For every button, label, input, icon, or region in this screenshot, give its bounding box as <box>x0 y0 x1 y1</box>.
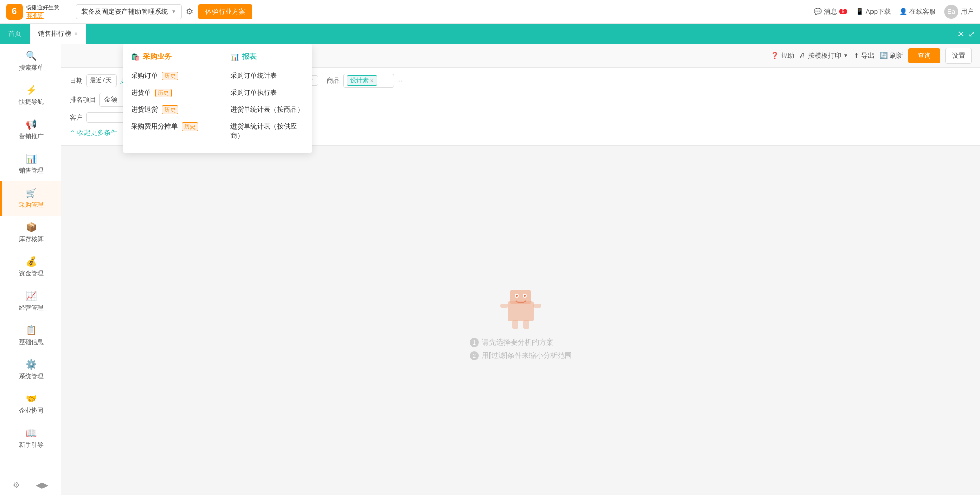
collapse-label: 收起更多条件 <box>77 128 117 137</box>
dropdown-item-report-1[interactable]: 采购订单统计表 <box>230 68 305 84</box>
goods-more-icon[interactable]: ··· <box>397 77 403 84</box>
dropdown-item-purchase-order[interactable]: 采购订单 历史 <box>131 68 205 84</box>
print-dropdown-icon: ▼ <box>843 53 848 58</box>
history-badge-1[interactable]: 历史 <box>162 72 178 80</box>
user-button[interactable]: Ea 用户 <box>944 5 974 19</box>
app-selector[interactable]: 装备及固定资产辅助管理系统 ▼ <box>76 4 182 19</box>
history-badge-2[interactable]: 历史 <box>155 89 172 97</box>
sidebar-item-system[interactable]: ⚙️ 系统管理 <box>0 353 61 387</box>
top-right-actions: 💬 消息 9 📱 App下载 👤 在线客服 Ea 用户 <box>814 5 974 19</box>
sidebar-item-finance[interactable]: 💰 资金管理 <box>0 250 61 284</box>
sidebar-item-operations-label: 经营管理 <box>19 304 44 312</box>
sidebar-item-quicknav[interactable]: ⚡ 快捷导航 <box>0 78 61 113</box>
online-service-label: 在线客服 <box>909 7 936 16</box>
sidebar-item-marketing[interactable]: 📢 营销推广 <box>0 113 61 147</box>
app-logo-icon: 6 <box>6 4 23 20</box>
sidebar-item-search[interactable]: 🔍 搜索菜单 <box>0 44 61 78</box>
sidebar-item-marketing-label: 营销推广 <box>19 132 44 141</box>
empty-state: 1 请先选择要分析的方案 2 用[过滤]条件来缩小分析范围 <box>61 146 980 495</box>
print-label: 按模板打印 <box>808 51 841 60</box>
app-download-button[interactable]: 📱 App下载 <box>856 7 891 16</box>
report-col-title: 📊 报表 <box>230 52 305 61</box>
report-1-label: 采购订单统计表 <box>230 71 277 80</box>
sidebar-item-sales[interactable]: 📊 销售管理 <box>0 147 61 181</box>
purchase-col-icon: 🛍️ <box>131 53 140 61</box>
ranking-label: 排名项目 <box>70 95 96 104</box>
tab-close-icon[interactable]: × <box>74 30 78 37</box>
svg-point-4 <box>516 295 518 297</box>
refresh-button[interactable]: 🔄 刷新 <box>880 51 903 60</box>
dropdown-divider <box>218 52 218 144</box>
money-icon: 💰 <box>26 256 37 267</box>
sidebar-item-newbie-label: 新手引导 <box>19 441 44 449</box>
dropdown-item-report-3[interactable]: 进货单统计表（按商品） <box>230 101 305 118</box>
sidebar-item-search-label: 搜索菜单 <box>19 63 44 72</box>
message-button[interactable]: 💬 消息 9 <box>814 7 847 16</box>
report-col-title-label: 报表 <box>242 52 257 61</box>
trial-button[interactable]: 体验行业方案 <box>198 4 252 19</box>
report-4-label: 进货单统计表（按供应商） <box>230 122 305 140</box>
sidebar-item-inventory[interactable]: 📦 库存核算 <box>0 216 61 250</box>
dropdown-item-report-4[interactable]: 进货单统计表（按供应商） <box>230 118 305 144</box>
sidebar-item-newbie[interactable]: 📖 新手引导 <box>0 421 61 456</box>
gear-icon[interactable]: ⚙ <box>186 7 193 16</box>
query-button[interactable]: 查询 <box>908 48 940 63</box>
tab-home[interactable]: 首页 <box>0 24 30 44</box>
online-service-button[interactable]: 👤 在线客服 <box>899 7 936 16</box>
sidebar-item-operations[interactable]: 📈 经营管理 <box>0 284 61 318</box>
step-1-text: 请先选择要分析的方案 <box>482 338 553 347</box>
sidebar-item-purchase[interactable]: 🛒 采购管理 <box>0 181 61 216</box>
content-area: ❓ 帮助 🖨 按模板打印 ▼ ⬆ 导出 🔄 刷新 查询 设置 <box>61 44 980 495</box>
svg-point-5 <box>524 295 526 297</box>
empty-illustration <box>495 281 546 332</box>
print-icon: 🖨 <box>799 52 806 59</box>
sidebar-collapse-icon[interactable]: ◀▶ <box>36 480 48 490</box>
empty-instructions: 1 请先选择要分析的方案 2 用[过滤]条件来缩小分析范围 <box>470 338 572 360</box>
sidebar-item-inventory-label: 库存核算 <box>19 235 44 244</box>
export-button[interactable]: ⬆ 导出 <box>854 51 875 60</box>
svg-rect-8 <box>500 304 508 308</box>
tab-sales-ranking[interactable]: 销售排行榜 × <box>30 24 86 44</box>
toolbar-actions: ❓ 帮助 🖨 按模板打印 ▼ ⬆ 导出 🔄 刷新 查询 设置 <box>771 48 972 64</box>
goods-tag-close[interactable]: × <box>370 77 374 84</box>
message-label: 消息 <box>824 7 837 16</box>
goods-input-area[interactable]: 设计素 × <box>343 74 394 88</box>
purchase-col: 🛍️ 采购业务 采购订单 历史 进货单 历史 进货退货 历史 采购费用分摊单 <box>131 52 205 144</box>
svg-rect-9 <box>533 304 541 308</box>
help-button[interactable]: ❓ 帮助 <box>771 51 794 60</box>
dropdown-item-report-2[interactable]: 采购订单执行表 <box>230 84 305 101</box>
chart-icon: 📊 <box>26 153 37 164</box>
cart-icon: 🛒 <box>26 187 37 199</box>
book-icon: 📖 <box>26 427 37 439</box>
svg-rect-1 <box>510 290 531 304</box>
history-badge-3[interactable]: 历史 <box>162 105 178 114</box>
sidebar-item-enterprise[interactable]: 🤝 企业协同 <box>0 387 61 421</box>
phone-icon: 📱 <box>856 8 864 15</box>
sidebar-settings-icon[interactable]: ⚙ <box>13 480 20 490</box>
print-button[interactable]: 🖨 按模板打印 ▼ <box>799 51 848 60</box>
close-icon[interactable]: ✕ <box>957 29 964 39</box>
main-layout: 🔍 搜索菜单 ⚡ 快捷导航 📢 营销推广 📊 销售管理 🛒 采购管理 📦 库存核… <box>0 44 980 495</box>
tab-sales-ranking-label: 销售排行榜 <box>38 29 71 38</box>
sidebar-item-finance-label: 资金管理 <box>19 269 44 278</box>
expand-icon[interactable]: ⤢ <box>968 29 975 39</box>
sidebar-item-basicinfo[interactable]: 📋 基础信息 <box>0 318 61 353</box>
tab-home-label: 首页 <box>8 29 22 38</box>
dropdown-item-return[interactable]: 进货退货 历史 <box>131 101 205 118</box>
user-label: 用户 <box>961 7 974 16</box>
settings-button[interactable]: 设置 <box>945 48 972 64</box>
history-badge-4[interactable]: 历史 <box>182 122 198 131</box>
tab-bar-actions: ✕ ⤢ <box>957 29 980 39</box>
purchase-dropdown: 🛍️ 采购业务 采购订单 历史 进货单 历史 进货退货 历史 采购费用分摊单 <box>123 44 312 153</box>
dropdown-item-incoming[interactable]: 进货单 历史 <box>131 84 205 101</box>
box-icon: 📦 <box>26 222 37 233</box>
goods-tag-label: 设计素 <box>350 76 369 85</box>
svg-rect-7 <box>523 320 529 329</box>
date-select[interactable]: 最近7天 <box>86 74 117 87</box>
empty-step-2: 2 用[过滤]条件来缩小分析范围 <box>470 351 572 360</box>
flash-icon: ⚡ <box>26 84 37 96</box>
sidebar-item-purchase-label: 采购管理 <box>19 201 44 209</box>
report-2-label: 采购订单执行表 <box>230 88 277 97</box>
dropdown-item-expense[interactable]: 采购费用分摊单 历史 <box>131 118 205 135</box>
sidebar-item-sales-label: 销售管理 <box>19 166 44 175</box>
